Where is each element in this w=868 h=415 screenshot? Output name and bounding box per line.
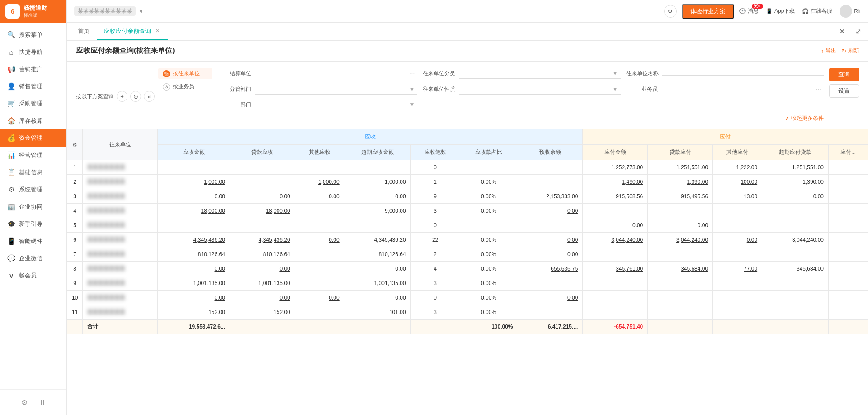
add-scheme-btn[interactable]: + bbox=[117, 91, 127, 102]
ap-amount-cell[interactable]: 1,252,773.00 bbox=[583, 160, 648, 175]
loan-ap-cell[interactable] bbox=[648, 276, 713, 291]
ar-amount-cell[interactable]: 4,345,436.20 bbox=[158, 233, 230, 247]
breadcrumb-dropdown[interactable]: ▼ bbox=[138, 8, 144, 14]
salesman-input[interactable]: ··· bbox=[661, 84, 824, 95]
partner-nature-select[interactable]: ▼ bbox=[459, 84, 620, 95]
ar-amount-cell[interactable]: 18,000.00 bbox=[158, 204, 230, 218]
sidebar-settings-btn[interactable]: ⚙ bbox=[17, 395, 32, 410]
tab-close-all-btn[interactable]: ✕ bbox=[835, 25, 848, 38]
scheme-settings-btn[interactable]: ⊙ bbox=[130, 91, 141, 102]
loan-ap-cell[interactable] bbox=[648, 204, 713, 218]
loan-ar-cell[interactable]: 4,345,436.20 bbox=[230, 233, 295, 247]
other-ap-cell[interactable] bbox=[713, 276, 762, 291]
loan-ap-cell[interactable]: 345,684.00 bbox=[648, 262, 713, 276]
tab-ar-ap[interactable]: 应收应付余额查询 ✕ bbox=[97, 23, 168, 40]
loan-ap-cell[interactable] bbox=[648, 247, 713, 262]
department-select[interactable]: ▼ bbox=[255, 100, 417, 110]
other-ar-cell[interactable] bbox=[295, 160, 344, 175]
prepay-cell[interactable]: 655,636.75 bbox=[518, 262, 583, 276]
sidebar-collapse-btn[interactable]: ⏸ bbox=[35, 395, 50, 410]
gear-button[interactable]: ⚙ bbox=[664, 5, 677, 18]
ar-amount-cell[interactable]: 0.00 bbox=[158, 262, 230, 276]
ar-amount-cell[interactable]: 1,001,135.00 bbox=[158, 276, 230, 291]
prepay-cell[interactable] bbox=[518, 218, 583, 233]
loan-ar-cell[interactable] bbox=[230, 218, 295, 233]
other-ar-cell[interactable] bbox=[295, 305, 344, 320]
ap-amount-cell[interactable]: 1,490.00 bbox=[583, 175, 648, 189]
loan-ar-cell[interactable]: 0.00 bbox=[230, 291, 295, 305]
export-button[interactable]: ↑ 导出 bbox=[821, 47, 836, 55]
loan-ar-cell[interactable]: 1,001,135.00 bbox=[230, 276, 295, 291]
ar-amount-cell[interactable]: 0.00 bbox=[158, 291, 230, 305]
tab-expand-btn[interactable]: ⤢ bbox=[852, 25, 864, 38]
other-ap-cell[interactable]: 1,222.00 bbox=[713, 160, 762, 175]
prepay-cell[interactable]: 0.00 bbox=[518, 233, 583, 247]
prepay-cell[interactable]: 0.00 bbox=[518, 204, 583, 218]
prepay-cell[interactable]: 2,153,333.00 bbox=[518, 189, 583, 204]
sidebar-item-purchase[interactable]: 🛒 采购管理 bbox=[0, 95, 66, 112]
ap-amount-cell[interactable] bbox=[583, 291, 648, 305]
scheme-collapse-btn[interactable]: « bbox=[144, 91, 155, 102]
total-ar-amount[interactable]: 19,553,472,6... bbox=[158, 320, 230, 334]
promo-button[interactable]: 体验行业方案 bbox=[682, 4, 734, 19]
sidebar-item-sales[interactable]: 👤 销售管理 bbox=[0, 78, 66, 95]
loan-ap-cell[interactable]: 1,251,551.00 bbox=[648, 160, 713, 175]
other-ap-cell[interactable]: 100.00 bbox=[713, 175, 762, 189]
loan-ar-cell[interactable]: 152.00 bbox=[230, 305, 295, 320]
loan-ap-cell[interactable]: 1,390.00 bbox=[648, 175, 713, 189]
sidebar-item-wechat[interactable]: 💬 企业微信 bbox=[0, 250, 66, 267]
sidebar-item-quick-nav[interactable]: ⌂ 快捷导航 bbox=[0, 43, 66, 61]
ap-amount-cell[interactable]: 0.00 bbox=[583, 218, 648, 233]
user-avatar[interactable]: Rit bbox=[840, 5, 861, 18]
sidebar-item-enterprise[interactable]: 🏢 企业协同 bbox=[0, 198, 66, 215]
settings-button[interactable]: 设置 bbox=[829, 84, 859, 98]
ar-amount-cell[interactable]: 1,000.00 bbox=[158, 175, 230, 189]
other-ar-cell[interactable]: 1,000.00 bbox=[295, 175, 344, 189]
message-btn[interactable]: 💬 消息 99+ bbox=[739, 7, 759, 15]
loan-ar-cell[interactable] bbox=[230, 160, 295, 175]
ap-amount-cell[interactable] bbox=[583, 305, 648, 320]
loan-ar-cell[interactable] bbox=[230, 175, 295, 189]
prepay-cell[interactable]: 0.00 bbox=[518, 247, 583, 262]
query-button[interactable]: 查询 bbox=[829, 68, 859, 81]
loan-ap-cell[interactable] bbox=[648, 291, 713, 305]
loan-ar-cell[interactable]: 18,000.00 bbox=[230, 204, 295, 218]
other-ap-cell[interactable]: 13.00 bbox=[713, 189, 762, 204]
prepay-cell[interactable]: 0.00 bbox=[518, 291, 583, 305]
sidebar-item-finance[interactable]: 💰 资金管理 bbox=[0, 129, 66, 147]
ar-amount-cell[interactable] bbox=[158, 218, 230, 233]
ar-amount-cell[interactable]: 810,126.64 bbox=[158, 247, 230, 262]
tab-close-btn[interactable]: ✕ bbox=[154, 28, 161, 35]
other-ap-cell[interactable] bbox=[713, 305, 762, 320]
other-ap-cell[interactable] bbox=[713, 291, 762, 305]
prepay-cell[interactable] bbox=[518, 276, 583, 291]
loan-ar-cell[interactable]: 810,126.64 bbox=[230, 247, 295, 262]
sidebar-item-basic-info[interactable]: 📋 基础信息 bbox=[0, 164, 66, 181]
th-settings[interactable]: ⚙ bbox=[67, 129, 83, 160]
ap-amount-cell[interactable] bbox=[583, 247, 648, 262]
partner-name-input[interactable] bbox=[662, 72, 824, 76]
other-ar-cell[interactable] bbox=[295, 247, 344, 262]
app-download-btn[interactable]: 📱 App下载 bbox=[766, 7, 795, 15]
loan-ar-cell[interactable]: 0.00 bbox=[230, 189, 295, 204]
ar-amount-cell[interactable]: 152.00 bbox=[158, 305, 230, 320]
sidebar-item-guide[interactable]: 🎓 新手引导 bbox=[0, 215, 66, 233]
collapse-link[interactable]: ∧ 收起更多条件 bbox=[785, 114, 824, 122]
other-ap-cell[interactable]: 0.00 bbox=[713, 233, 762, 247]
scheme-item-salesman[interactable]: ⊙ 按业务员 bbox=[158, 81, 212, 92]
sidebar-item-member[interactable]: V 畅会员 bbox=[0, 267, 66, 284]
loan-ap-cell[interactable] bbox=[648, 305, 713, 320]
refresh-button[interactable]: ↻ 刷新 bbox=[842, 47, 859, 55]
other-ap-cell[interactable] bbox=[713, 218, 762, 233]
other-ar-cell[interactable]: 0.00 bbox=[295, 291, 344, 305]
sidebar-item-marketing[interactable]: 📢 营销推广 bbox=[0, 61, 66, 78]
other-ar-cell[interactable] bbox=[295, 276, 344, 291]
other-ar-cell[interactable] bbox=[295, 218, 344, 233]
ap-amount-cell[interactable]: 345,761.00 bbox=[583, 262, 648, 276]
loan-ap-cell[interactable]: 0.00 bbox=[648, 218, 713, 233]
ap-amount-cell[interactable]: 915,508.56 bbox=[583, 189, 648, 204]
partner-category-select[interactable]: ▼ bbox=[459, 68, 620, 79]
loan-ap-cell[interactable]: 3,044,240.00 bbox=[648, 233, 713, 247]
prepay-cell[interactable] bbox=[518, 160, 583, 175]
settlement-unit-input[interactable]: ··· bbox=[255, 68, 417, 79]
